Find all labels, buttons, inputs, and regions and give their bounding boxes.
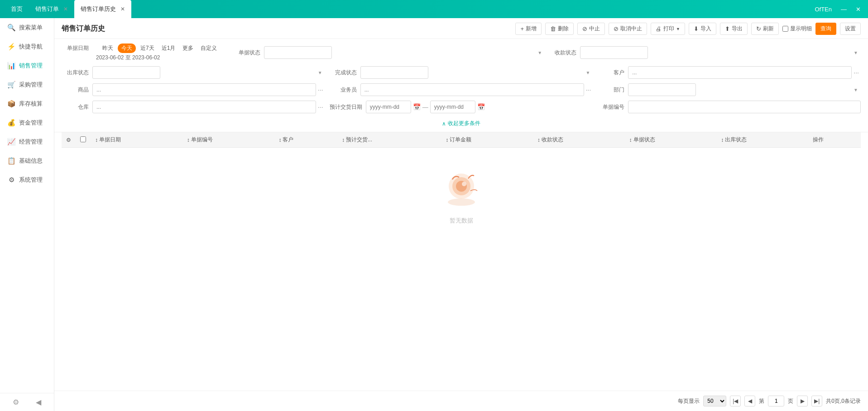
docno-input[interactable] — [628, 101, 861, 113]
page-header: 销售订单历史 + 新增 🗑 删除 ⊘ 中止 ⊘ 取消中止 — [54, 18, 868, 39]
warehouse-dots[interactable]: ··· — [316, 103, 325, 111]
calendar-to-icon[interactable]: 📅 — [477, 103, 485, 111]
date-today[interactable]: 今天 — [118, 44, 136, 53]
sidebar-label-system: 系统管理 — [19, 176, 43, 184]
delete-icon: 🗑 — [550, 25, 556, 32]
show-detail-checkbox[interactable] — [782, 26, 788, 32]
sidebar-item-basics[interactable]: 📋 基础信息 — [0, 151, 54, 170]
quicknav-icon: ⚡ — [7, 43, 15, 51]
sort-amount[interactable]: ↕ 订单金额 — [446, 136, 471, 144]
date-yesterday[interactable]: 昨天 — [100, 44, 116, 53]
data-table: ⚙ ↕ 单据日期 ↕ 单据编号 ↕ 客户 ↕ 预计交货... ↕ 订单金额 ↕ … — [62, 132, 861, 148]
sort-date[interactable]: ↕ 单据日期 — [95, 136, 121, 144]
stop-button[interactable]: ⊘ 中止 — [577, 23, 605, 35]
salesman-input[interactable] — [360, 83, 584, 96]
prev-page-btn[interactable]: ◀ — [744, 396, 755, 406]
minimize-btn[interactable]: — — [838, 5, 849, 14]
sidebar-settings-btn[interactable]: ⚙ — [13, 398, 19, 406]
refresh-icon: ↻ — [756, 25, 761, 32]
next-page-btn[interactable]: ▶ — [797, 396, 808, 406]
main-layout: 🔍 搜索菜单 ⚡ 快捷导航 📊 销售管理 🛒 采购管理 📦 库存核算 💰 资金管… — [0, 18, 868, 411]
customer-input[interactable] — [628, 66, 852, 79]
receipt-status-select[interactable] — [580, 46, 648, 59]
status-select[interactable] — [264, 46, 332, 59]
settings-button[interactable]: 设置 — [840, 23, 861, 35]
status-chevron-icon: ▼ — [537, 50, 542, 55]
sidebar-item-finance[interactable]: 💰 资金管理 — [0, 113, 54, 132]
query-button[interactable]: 查询 — [815, 23, 836, 35]
add-button[interactable]: + 新增 — [515, 23, 542, 35]
tab-sales-history[interactable]: 销售订单历史 ✕ — [74, 0, 131, 18]
product-input[interactable] — [92, 83, 316, 96]
sort-receipt-status[interactable]: ↕ 收款状态 — [537, 136, 563, 144]
tab-sales-order[interactable]: 销售订单 ✕ — [29, 0, 74, 18]
sort-customer[interactable]: ↕ 客户 — [278, 136, 293, 144]
sidebar-collapse-btn[interactable]: ◀ — [36, 398, 41, 406]
print-label: 打印 — [663, 25, 674, 33]
checkbox-th[interactable] — [76, 132, 91, 148]
sidebar-label-purchase: 采购管理 — [19, 81, 43, 89]
delete-button[interactable]: 🗑 删除 — [545, 23, 574, 35]
delivery-date-from[interactable] — [366, 101, 411, 113]
sort-outbound-status[interactable]: ↕ 出库状态 — [721, 136, 747, 144]
dept-chevron-icon: ▼ — [854, 87, 858, 92]
col-outbound-status: ↕ 出库状态 — [716, 132, 808, 148]
sidebar-item-system[interactable]: ⚙ 系统管理 — [0, 170, 54, 189]
page-input[interactable] — [768, 396, 784, 406]
print-button[interactable]: 🖨 打印 ▼ — [651, 23, 685, 35]
completion-label: 完成状态 — [330, 69, 357, 77]
date-separator: — — [422, 104, 428, 111]
sort-doc-status[interactable]: ↕ 单据状态 — [629, 136, 655, 144]
show-detail-label: 显示明细 — [790, 25, 812, 33]
sidebar-item-sales[interactable]: 📊 销售管理 — [0, 56, 54, 75]
tab-home[interactable]: 首页 — [5, 0, 29, 18]
tab-home-label: 首页 — [11, 5, 23, 13]
outbound-select[interactable] — [92, 66, 160, 79]
cancel-stop-button[interactable]: ⊘ 取消中止 — [609, 23, 647, 35]
date-7days[interactable]: 近7天 — [138, 44, 157, 53]
sidebar-item-quicknav[interactable]: ⚡ 快捷导航 — [0, 37, 54, 56]
empty-illustration — [439, 166, 484, 211]
column-settings-th[interactable]: ⚙ — [62, 132, 76, 148]
warehouse-input[interactable] — [92, 101, 316, 113]
first-page-btn[interactable]: |◀ — [730, 396, 741, 406]
date-1month[interactable]: 近1月 — [159, 44, 178, 53]
collapse-bar[interactable]: ∧ 收起更多条件 — [62, 118, 861, 127]
page-size-select[interactable]: 50 100 200 — [703, 396, 726, 406]
calendar-from-icon[interactable]: 📅 — [413, 103, 421, 111]
sidebar-item-purchase[interactable]: 🛒 采购管理 — [0, 75, 54, 94]
content-area: 销售订单历史 + 新增 🗑 删除 ⊘ 中止 ⊘ 取消中止 — [54, 18, 868, 411]
close-window-btn[interactable]: ✕ — [853, 5, 863, 14]
completion-select[interactable] — [360, 66, 428, 79]
date-more[interactable]: 更多 — [180, 44, 196, 53]
sidebar-item-inventory[interactable]: 📦 库存核算 — [0, 94, 54, 113]
dept-select[interactable] — [628, 83, 696, 96]
last-page-btn[interactable]: ▶| — [811, 396, 822, 406]
receipt-chevron-icon: ▼ — [854, 50, 858, 55]
sidebar-item-operations[interactable]: 📈 经营管理 — [0, 132, 54, 151]
sort-docno[interactable]: ↕ 单据编号 — [187, 136, 213, 144]
refresh-button[interactable]: ↻ 刷新 — [751, 23, 779, 35]
tab-sales-history-close[interactable]: ✕ — [120, 6, 125, 12]
date-custom[interactable]: 自定义 — [198, 44, 220, 53]
show-detail-checkbox-label: 显示明细 — [782, 25, 812, 33]
customer-label: 客户 — [597, 69, 624, 77]
export-button[interactable]: ⬆ 导出 — [720, 23, 748, 35]
cancel-stop-icon: ⊘ — [614, 25, 619, 32]
stop-icon: ⊘ — [582, 25, 587, 32]
select-all-checkbox[interactable] — [80, 136, 86, 142]
sort-delivery[interactable]: ↕ 预计交货... — [342, 136, 372, 144]
salesman-dots[interactable]: ··· — [584, 86, 593, 93]
status-label: 单据状态 — [233, 49, 260, 57]
product-dots[interactable]: ··· — [316, 86, 325, 93]
col-docno: ↕ 单据编号 — [182, 132, 274, 148]
sidebar-label-basics: 基础信息 — [19, 157, 43, 165]
tab-sales-order-close[interactable]: ✕ — [63, 6, 68, 12]
date-quick-btns: 昨天 今天 近7天 近1月 更多 自定义 — [100, 44, 220, 53]
sidebar-item-search[interactable]: 🔍 搜索菜单 — [0, 18, 54, 37]
toolbar: + 新增 🗑 删除 ⊘ 中止 ⊘ 取消中止 🖨 打印 — [515, 23, 861, 35]
delivery-date-to[interactable] — [430, 101, 475, 113]
import-button[interactable]: ⬇ 导入 — [689, 23, 716, 35]
customer-dots[interactable]: ··· — [852, 69, 861, 76]
sidebar-label-quicknav: 快捷导航 — [19, 43, 43, 51]
